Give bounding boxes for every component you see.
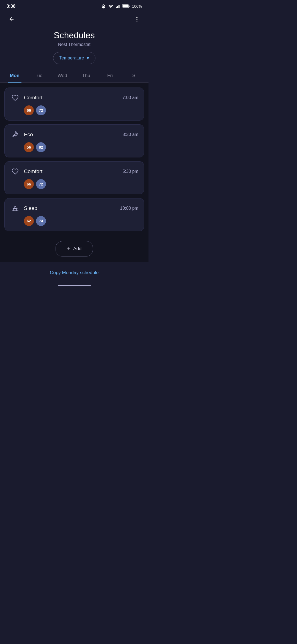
battery-icon <box>122 4 130 9</box>
comfort-evening-time: 5:30 pm <box>122 169 138 174</box>
temperature-dropdown[interactable]: Temperature ▾ <box>53 52 96 64</box>
tab-wednesday[interactable]: Wed <box>50 70 74 82</box>
svg-marker-1 <box>117 6 118 8</box>
plus-icon: + <box>67 245 70 252</box>
sleep-name: Sleep <box>24 205 37 211</box>
svg-point-6 <box>136 17 138 18</box>
home-indicator <box>0 281 148 289</box>
svg-point-8 <box>136 21 138 22</box>
tab-thursday[interactable]: Thu <box>74 70 98 82</box>
comfort-morning-name: Comfort <box>24 95 43 101</box>
battery-percent: 100% <box>132 4 142 9</box>
comfort-morning-heat: 66 <box>24 105 34 115</box>
tab-tuesday[interactable]: Tue <box>27 70 51 82</box>
sleep-time: 10:00 pm <box>120 206 138 211</box>
status-bar: 3:38 100% <box>0 0 148 11</box>
eco-name: Eco <box>24 132 33 138</box>
comfort-evening-heat: 66 <box>24 179 34 189</box>
wifi-icon <box>108 4 113 9</box>
signal-icon <box>116 4 120 9</box>
eco-time: 8:30 am <box>122 132 138 137</box>
svg-marker-0 <box>116 7 117 8</box>
copy-monday-schedule-button[interactable]: Copy Monday schedule <box>50 270 99 275</box>
add-label: Add <box>73 246 81 252</box>
schedule-cards-container: Comfort 7:00 am 66 72 Eco 8:30 am 56 82 <box>0 83 148 238</box>
schedule-card-comfort-evening[interactable]: Comfort 5:30 pm 66 72 <box>4 161 144 194</box>
comfort-evening-cool: 72 <box>36 179 46 189</box>
tab-monday[interactable]: Mon <box>3 70 27 82</box>
status-icons: 100% <box>101 4 142 9</box>
comfort-morning-time: 7:00 am <box>122 95 138 100</box>
schedule-card-comfort-morning[interactable]: Comfort 7:00 am 66 72 <box>4 88 144 121</box>
more-button[interactable] <box>131 14 142 25</box>
copy-schedule-label: Copy Monday schedule <box>50 270 99 275</box>
back-button[interactable] <box>6 14 17 25</box>
svg-rect-4 <box>123 5 128 8</box>
add-button-container: + Add <box>0 238 148 262</box>
sleep-cool: 74 <box>36 216 46 226</box>
comfort-evening-name: Comfort <box>24 168 43 174</box>
sleep-heat: 62 <box>24 216 34 226</box>
page-title: Schedules <box>6 30 143 40</box>
device-name: Nest Thermostat <box>6 42 143 47</box>
comfort-morning-cool: 72 <box>36 105 46 115</box>
chevron-down-icon: ▾ <box>87 55 89 61</box>
comfort-evening-icon <box>10 167 20 176</box>
schedule-card-eco[interactable]: Eco 8:30 am 56 82 <box>4 124 144 157</box>
status-time: 3:38 <box>7 4 15 9</box>
add-schedule-button[interactable]: + Add <box>56 241 93 256</box>
tab-friday[interactable]: Fri <box>98 70 122 82</box>
svg-point-7 <box>136 19 138 20</box>
top-nav <box>0 11 148 28</box>
eco-icon <box>10 130 20 140</box>
eco-heat: 56 <box>24 142 34 152</box>
copy-schedule-section: Copy Monday schedule <box>0 262 148 281</box>
tab-saturday[interactable]: S <box>122 70 146 82</box>
eco-cool: 82 <box>36 142 46 152</box>
dropdown-label: Temperature <box>59 56 84 61</box>
day-tabs: Mon Tue Wed Thu Fri S <box>0 70 148 83</box>
sleep-icon <box>10 203 20 213</box>
svg-marker-2 <box>119 5 120 8</box>
schedule-card-sleep[interactable]: Sleep 10:00 pm 62 74 <box>4 198 144 231</box>
comfort-icon <box>10 93 20 103</box>
header: Schedules Nest Thermostat Temperature ▾ <box>0 28 148 70</box>
home-bar <box>58 285 91 286</box>
bell-mute-icon <box>101 4 106 9</box>
svg-rect-5 <box>129 6 130 7</box>
